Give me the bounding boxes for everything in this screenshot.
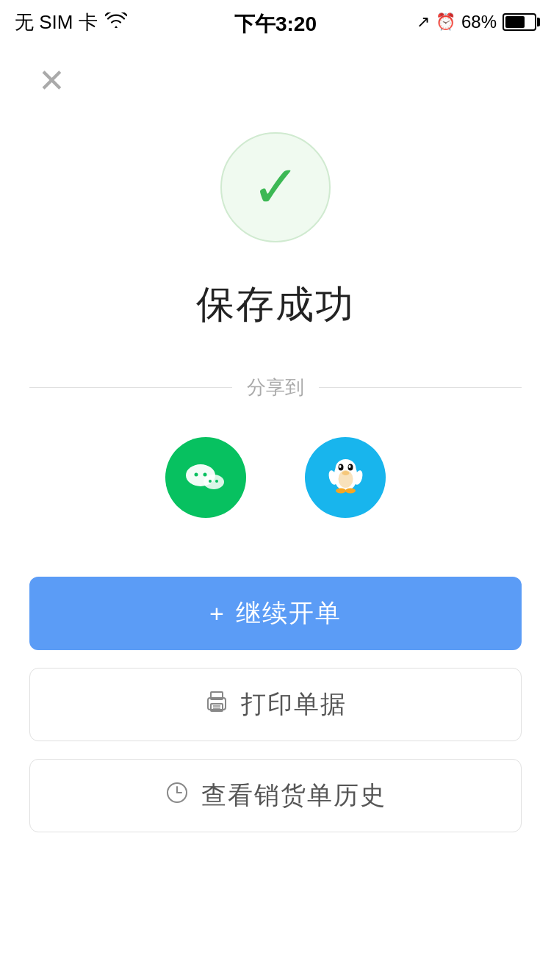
close-icon: ✕ — [38, 65, 65, 97]
qq-share-button[interactable] — [305, 437, 386, 518]
qq-icon — [322, 454, 370, 502]
plus-icon: + — [209, 599, 224, 628]
wechat-share-button[interactable] — [165, 437, 246, 518]
share-section: 分享到 — [29, 375, 522, 400]
history-button[interactable]: 查看销货单历史 — [29, 759, 522, 832]
battery-icon — [503, 13, 536, 31]
history-label: 查看销货单历史 — [201, 779, 386, 813]
svg-point-4 — [209, 480, 212, 483]
svg-point-3 — [204, 473, 207, 477]
divider-right — [319, 387, 522, 388]
svg-point-2 — [195, 473, 198, 477]
status-right: ↗ ⏰ 68% — [417, 12, 536, 32]
status-bar: 无 SIM 卡 下午3:20 ↗ ⏰ 68% — [0, 0, 551, 44]
status-left: 无 SIM 卡 — [15, 10, 127, 35]
printer-icon — [204, 689, 229, 720]
continue-button[interactable]: + 继续开单 — [29, 577, 522, 650]
print-label: 打印单据 — [241, 688, 347, 721]
svg-point-14 — [336, 488, 346, 493]
success-icon-container: ✓ — [220, 132, 331, 242]
location-icon: ↗ — [417, 12, 430, 32]
history-icon — [165, 780, 190, 811]
svg-point-13 — [338, 470, 353, 488]
continue-label: 继续开单 — [236, 597, 342, 630]
no-sim-text: 无 SIM 卡 — [15, 10, 98, 35]
share-icons-row — [29, 437, 522, 518]
checkmark-icon: ✓ — [251, 158, 300, 217]
print-button[interactable]: 打印单据 — [29, 668, 522, 741]
wifi-icon — [105, 11, 127, 34]
wechat-icon — [181, 453, 231, 502]
svg-point-5 — [215, 480, 218, 483]
svg-point-12 — [348, 465, 350, 468]
close-button[interactable]: ✕ — [29, 59, 73, 103]
share-label: 分享到 — [247, 375, 304, 400]
alarm-icon: ⏰ — [436, 12, 455, 32]
status-time: 下午3:20 — [234, 10, 317, 38]
success-title: 保存成功 — [196, 279, 355, 331]
main-content: ✕ ✓ 保存成功 分享到 — [0, 44, 551, 832]
actions-section: + 继续开单 打印单据 — [29, 577, 522, 832]
battery-percent: 68% — [461, 12, 497, 32]
svg-point-1 — [204, 475, 224, 489]
divider-left — [29, 387, 232, 388]
svg-point-11 — [339, 465, 341, 468]
svg-point-15 — [345, 488, 356, 493]
